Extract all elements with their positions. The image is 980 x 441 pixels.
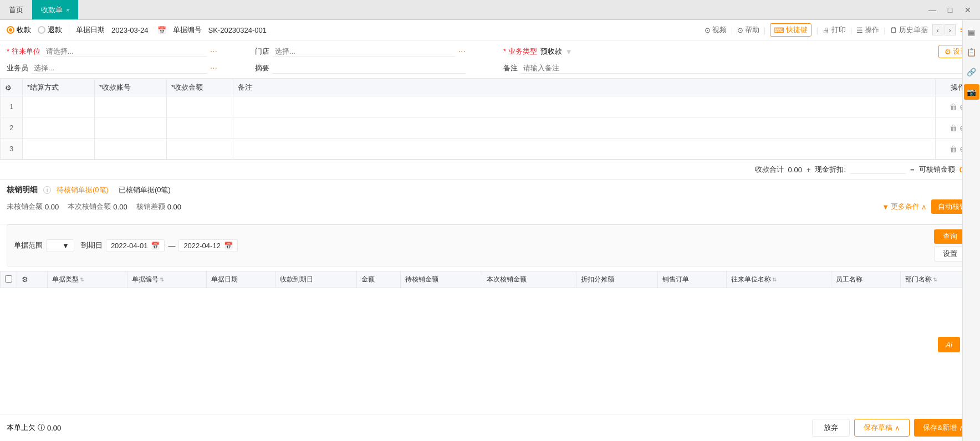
verify-section: 核销明细 i 待核销单据(0笔) 已核销单据(0笔) 未核销金额 0.00 本次… [0, 180, 980, 224]
nav-right[interactable]: › [945, 24, 956, 35]
col-account-header: *收款账号 [95, 79, 167, 96]
unverified-stat: 未核销金额 0.00 [7, 202, 59, 212]
tab-close-icon[interactable]: × [66, 7, 69, 13]
row-1-settlement[interactable] [23, 96, 95, 117]
store-input[interactable] [273, 46, 455, 57]
query-button[interactable]: 查询 [934, 229, 966, 244]
settings-gear-icon[interactable]: ⚙ [5, 84, 12, 92]
business-field: * 业务类型 预收款 ▼ [503, 47, 681, 57]
partner-more-icon[interactable]: ··· [210, 47, 217, 57]
col-pending: 待核销金额 [400, 271, 482, 288]
staff-field: 业务员 ··· [7, 63, 217, 74]
help-action[interactable]: ⊙ 帮助 [737, 25, 759, 35]
second-table-wrapper: ⚙ 单据类型⇅ 单据编号⇅ 单据日期 收款到期日 金额 [0, 271, 980, 414]
more-conditions-label: 更多条件 [891, 202, 920, 212]
row-3-delete-icon[interactable]: 🗑 [950, 145, 957, 153]
minimize-button[interactable]: — [925, 2, 940, 18]
gear-icon-2[interactable]: ⚙ [22, 275, 28, 284]
limit-info-icon[interactable]: ⓘ [38, 423, 45, 433]
row-3-note[interactable] [233, 139, 936, 160]
row-2-delete-icon[interactable]: 🗑 [950, 124, 957, 132]
filter-settings-button[interactable]: 设置 [934, 246, 966, 261]
discard-button[interactable]: 放弃 [812, 419, 850, 437]
pending-tab[interactable]: 待核销单据(0笔) [57, 185, 109, 195]
sidebar-table-icon[interactable]: ▤ [964, 24, 979, 40]
store-label: 门店 [255, 47, 269, 57]
row-1-note[interactable] [233, 96, 936, 117]
row-1-account[interactable] [95, 96, 167, 117]
video-action[interactable]: ⊙ 视频 [705, 25, 727, 35]
toolbar-right: ⊙ 视频 | ⊙ 帮助 | ⌨ 快捷键 | 🖨 打印 | ☰ 操作 [705, 23, 973, 37]
row-3-settlement[interactable] [23, 139, 95, 160]
sidebar-doc-icon[interactable]: 📋 [964, 44, 979, 60]
diff-label: 核销差额 [136, 202, 165, 212]
col-account-label: *收款账号 [99, 83, 131, 91]
business-label: * 业务类型 [503, 47, 537, 57]
sidebar-link-icon[interactable]: 🔗 [964, 64, 979, 80]
select-all-checkbox[interactable] [5, 275, 12, 283]
staff-input[interactable] [32, 63, 207, 74]
right-sidebar: ▤ 📋 🔗 📷 [962, 20, 980, 441]
note-input[interactable] [521, 63, 973, 74]
tab-home[interactable]: 首页 [0, 0, 32, 19]
verify-info-icon[interactable]: i [43, 186, 51, 194]
help-icon: ⊙ [737, 26, 743, 34]
row-2-account[interactable] [95, 117, 167, 139]
operation-icon: ☰ [856, 26, 863, 34]
business-dropdown-icon[interactable]: ▼ [565, 48, 573, 56]
table-section: ⚙ *结算方式 *收款账号 *收款金额 备注 操作 [0, 79, 980, 160]
operation-action[interactable]: ☰ 操作 [856, 25, 879, 35]
history-icon: 🗒 [890, 26, 897, 34]
maximize-button[interactable]: □ [942, 2, 958, 18]
col-checkbox[interactable] [1, 271, 17, 288]
date-dash: — [168, 242, 175, 250]
row-2-settlement[interactable] [23, 117, 95, 139]
current-value: 0.00 [113, 203, 127, 211]
discount-input[interactable] [850, 165, 906, 174]
range-dropdown-icon: ▼ [62, 242, 69, 250]
history-action[interactable]: 🗒 历史单据 [890, 25, 928, 35]
date-calendar-icon[interactable]: 📅 [157, 26, 166, 34]
store-more-icon[interactable]: ··· [458, 47, 466, 57]
col-note-header: 备注 [233, 79, 936, 96]
tab-active[interactable]: 收款单 × [32, 0, 78, 19]
store-field: 门店 ··· [255, 46, 466, 57]
row-3-amount[interactable] [167, 139, 233, 160]
date-label: 单据日期 [76, 25, 105, 35]
date-from-value: 2022-04-01 [111, 242, 148, 250]
radio-refund[interactable]: 退款 [38, 25, 62, 35]
close-button[interactable]: ✕ [960, 2, 976, 18]
nav-left[interactable]: ‹ [932, 24, 943, 35]
partner-input[interactable] [44, 46, 207, 57]
print-label: 打印 [831, 25, 846, 35]
row-2-note[interactable] [233, 117, 936, 139]
net-label: 可核销金额 [919, 165, 955, 175]
table-row: 3 🗑 ⊕ [1, 139, 980, 160]
unverified-label: 未核销金额 [7, 202, 43, 212]
row-3-account[interactable] [95, 139, 167, 160]
col-settings-header[interactable]: ⚙ [1, 79, 23, 96]
done-tab[interactable]: 已核销单据(0笔) [119, 185, 171, 195]
note-field: 备注 [503, 63, 973, 74]
date-from-picker[interactable]: 2022-04-01 📅 [106, 239, 165, 252]
range-select[interactable]: ▼ [46, 239, 74, 252]
sidebar-camera-icon[interactable]: 📷 [964, 84, 979, 100]
summary-field: 摘要 [255, 63, 466, 74]
summary-input[interactable] [273, 63, 466, 74]
date-to-picker[interactable]: 2022-04-12 📅 [178, 239, 238, 252]
radio-refund-label: 退款 [48, 25, 62, 35]
shortcut-action[interactable]: ⌨ 快捷键 [770, 23, 811, 37]
save-draft-button[interactable]: 保存草稿 ∧ [854, 419, 910, 437]
print-action[interactable]: 🖨 打印 [823, 25, 846, 35]
radio-receive[interactable]: 收款 [7, 25, 31, 35]
col-settings-2[interactable]: ⚙ [17, 271, 48, 288]
row-1-delete-icon[interactable]: 🗑 [950, 102, 957, 111]
calendar-to-icon: 📅 [224, 242, 233, 250]
ai-badge[interactable]: Ai [938, 337, 960, 352]
row-2-amount[interactable] [167, 117, 233, 139]
more-conditions-btn[interactable]: ▼ 更多条件 ∧ [882, 202, 927, 212]
col-amount-2: 金额 [357, 271, 400, 288]
row-2-num: 2 [1, 117, 23, 139]
row-1-amount[interactable] [167, 96, 233, 117]
staff-more-icon[interactable]: ··· [210, 63, 217, 73]
